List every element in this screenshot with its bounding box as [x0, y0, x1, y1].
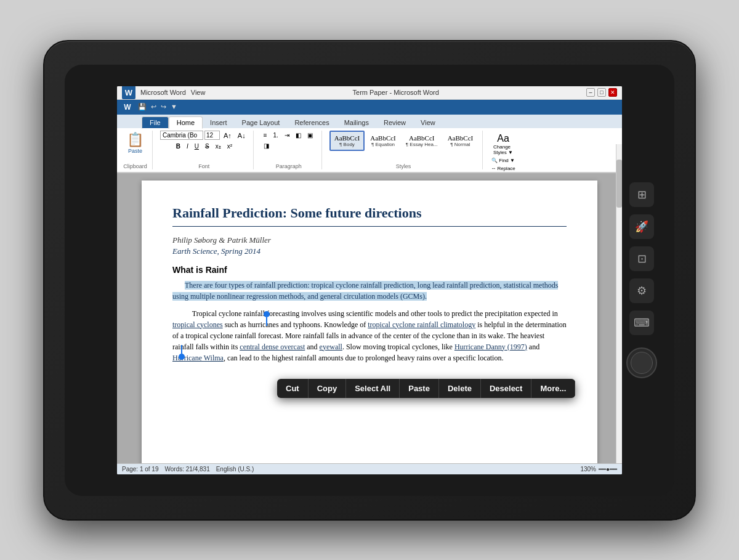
rocket-button[interactable]: 🚀 [629, 214, 654, 239]
clipboard-label: Clipboard [123, 161, 147, 169]
shrink-font-btn[interactable]: A↓ [235, 131, 248, 140]
style-essay-heading[interactable]: AaBbCcI ¶ Essay Hea... [402, 132, 442, 149]
settings-button[interactable]: ⚙ [629, 278, 654, 303]
scroll-thumb[interactable] [616, 173, 622, 208]
section-heading-text: What is Rainf [172, 265, 227, 275]
zoom-slider[interactable]: ━━●━━ [599, 466, 617, 473]
tab-mailings[interactable]: Mailings [337, 117, 376, 128]
font-group: A↑ A↓ B I U S x₂ x² Font [158, 131, 254, 169]
selected-text: There are four types of rainfall predict… [172, 281, 558, 301]
link-tropical-cyclones[interactable]: tropical cyclones [172, 320, 223, 329]
word-logo-ribbon: W [121, 100, 134, 114]
subscript-btn[interactable]: x₂ [213, 142, 224, 151]
tab-page-layout[interactable]: Page Layout [235, 117, 288, 128]
editing-group: Aa ChangeStyles ▼ 🔍 Find ▼ ↔ Replace ☰ S… [488, 131, 519, 169]
more-menu-item[interactable]: More... [531, 379, 575, 398]
cut-menu-item[interactable]: Cut [277, 379, 309, 398]
strikethrough-btn[interactable]: S [203, 142, 212, 151]
change-styles-btn[interactable]: Aa ChangeStyles ▼ [493, 133, 513, 155]
customize-icon[interactable]: ▼ [169, 103, 179, 111]
tablet-inner: W Microsoft Word View Term Paper - Micro… [65, 65, 674, 496]
home-button[interactable] [626, 347, 657, 378]
align-center-btn[interactable]: ▣ [305, 131, 315, 140]
font-name-input[interactable] [160, 131, 203, 140]
paragraph-group: ≡ 1. ⇥ ◧ ▣ ◨ Paragraph [259, 131, 322, 169]
minimize-button[interactable]: – [586, 88, 595, 97]
vertical-scrollbar[interactable] [616, 173, 622, 463]
bold-button[interactable]: B [174, 142, 183, 151]
tab-view[interactable]: View [413, 117, 443, 128]
titlebar-left: W Microsoft Word View [122, 86, 205, 100]
document-title: Rainfall Prediction: Some future directi… [172, 205, 567, 227]
section-container: What is Rainf Cut Copy Select All Paste … [172, 265, 567, 302]
align-left-btn[interactable]: ◧ [293, 131, 304, 140]
styles-label: Styles [396, 161, 411, 169]
replace-btn[interactable]: ↔ Replace [491, 166, 515, 171]
menu-item[interactable]: View [191, 89, 206, 96]
superscript-btn[interactable]: x² [225, 142, 235, 151]
redo-icon[interactable]: ↪ [160, 103, 168, 111]
close-button[interactable]: ✕ [608, 88, 617, 97]
stack-button[interactable]: ⊡ [629, 246, 654, 271]
document-affiliation: Earth Science, Spring 2014 [172, 246, 567, 256]
style-normal[interactable]: AaBbCcI ¶ Normal [443, 132, 478, 149]
word-count: Words: 21/4,831 [165, 466, 210, 473]
font-controls: A↑ A↓ [160, 131, 248, 140]
paragraph-1: There are four types of rainfall predict… [172, 280, 567, 302]
handle-circle-top [264, 311, 270, 317]
save-icon[interactable]: 💾 [137, 103, 148, 111]
link-hurricane-danny[interactable]: Hurricane Danny (1997) [454, 343, 527, 351]
undo-icon[interactable]: ↩ [150, 103, 158, 111]
find-btn[interactable]: 🔍 Find ▼ [491, 158, 515, 163]
indent-btn[interactable]: ⇥ [282, 131, 292, 140]
numbering-btn[interactable]: 1. [271, 131, 281, 140]
italic-button[interactable]: I [184, 142, 191, 151]
tablet-frame: W Microsoft Word View Term Paper - Micro… [43, 40, 696, 521]
ribbon-tabs: File Home Insert Page Layout References … [117, 115, 622, 128]
document-page: Rainfall Prediction: Some future directi… [142, 181, 597, 463]
tab-insert[interactable]: Insert [203, 117, 235, 128]
select-all-menu-item[interactable]: Select All [346, 379, 400, 398]
link-climatology[interactable]: tropical cyclone rainfall climatology [368, 320, 475, 329]
copy-menu-item[interactable]: Copy [309, 379, 347, 398]
section-heading: What is Rainf Cut Copy Select All Paste … [172, 265, 567, 275]
style-equation[interactable]: AaBbCcI ¶ Equation [366, 132, 400, 149]
tab-references[interactable]: References [287, 117, 336, 128]
maximize-button[interactable]: □ [597, 88, 606, 97]
home-button-inner [631, 352, 653, 374]
link-dense-overcast[interactable]: central dense overcast [240, 343, 305, 351]
link-eyewall[interactable]: eyewall [320, 343, 342, 351]
clipboard-group: 📋 Paste Clipboard [121, 131, 153, 169]
paste-button[interactable]: 📋 Paste [123, 131, 147, 155]
window-title: Term Paper - Microsoft Word [353, 89, 439, 96]
document-area[interactable]: Rainfall Prediction: Some future directi… [117, 173, 622, 463]
bullets-btn[interactable]: ≡ [261, 131, 270, 140]
handle-circle-bottom [179, 354, 185, 360]
side-buttons: ⊞ 🚀 ⊡ ⚙ ⌨ [626, 182, 657, 378]
language: English (U.S.) [216, 466, 254, 473]
deselect-menu-item[interactable]: Deselect [481, 379, 531, 398]
system-titlebar: W Microsoft Word View Term Paper - Micro… [117, 86, 622, 100]
paste-menu-item[interactable]: Paste [400, 379, 439, 398]
delete-menu-item[interactable]: Delete [439, 379, 481, 398]
align-right-btn[interactable]: ◨ [261, 141, 272, 150]
status-left: Page: 1 of 19 Words: 21/4,831 English (U… [122, 466, 254, 473]
word-logo: W [122, 86, 135, 100]
tab-review[interactable]: Review [376, 117, 413, 128]
ribbon-content: 📋 Paste Clipboard A↑ A↓ [117, 128, 622, 172]
tab-file[interactable]: File [142, 116, 169, 129]
tab-home[interactable]: Home [169, 116, 203, 129]
keyboard-button[interactable]: ⌨ [629, 310, 654, 335]
window-controls: – □ ✕ [586, 88, 617, 97]
underline-button[interactable]: U [192, 142, 201, 151]
word-screen: W Microsoft Word View Term Paper - Micro… [117, 86, 622, 474]
grow-font-btn[interactable]: A↑ [221, 131, 234, 140]
ribbon: W 💾 ↩ ↪ ▼ File Home Insert Page Layout R… [117, 100, 622, 173]
font-label: Font [198, 161, 209, 169]
font-size-input[interactable] [204, 131, 220, 140]
selection-handle-bottom [179, 345, 185, 360]
app-name: Microsoft Word [140, 89, 186, 96]
style-body[interactable]: AaBbCcI ¶ Body [329, 131, 365, 151]
grid-button[interactable]: ⊞ [629, 182, 654, 207]
paragraph-2: Tropical cyclone rainfall forecasting in… [172, 308, 567, 363]
